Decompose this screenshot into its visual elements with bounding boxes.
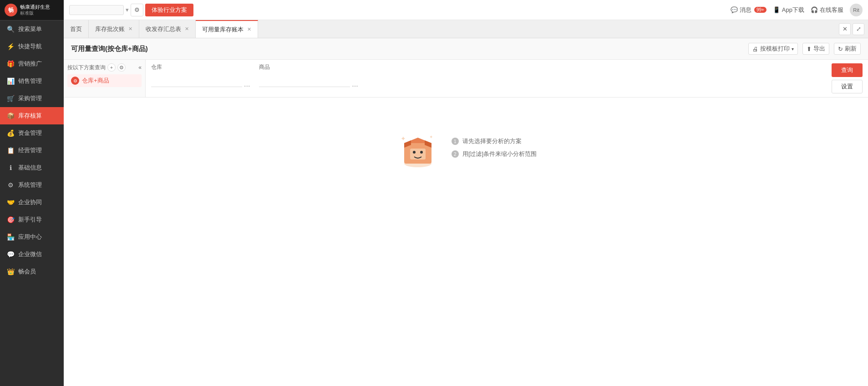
warehouse-label: 仓库 [151,63,250,71]
sidebar-icon: 📦 [6,112,15,119]
tab-label: 库存批次账 [95,25,125,33]
tab-close-icon[interactable]: ✕ [247,26,251,32]
tab-库存批次账[interactable]: 库存批次账✕ [89,20,139,38]
tab-收发存汇总表[interactable]: 收发存汇总表✕ [139,20,196,38]
page-title: 可用量查询(按仓库+商品) [71,45,148,53]
trial-button[interactable]: 体验行业方案 [145,4,193,16]
sidebar-item-应用中心[interactable]: 🏪应用中心 [0,228,64,246]
warehouse-more-icon[interactable]: ··· [244,82,250,90]
tabs-actions: ✕ ⤢ [839,23,868,35]
content-area: 可用量查询(按仓库+商品) 🖨 按模板打印 ▾ ⬆ 导出 ↻ 刷新 [64,38,868,386]
svg-point-6 [413,151,416,154]
filter-field-product: 商品 ··· [259,63,358,90]
sidebar-item-label: 搜索菜单 [18,25,42,33]
sidebar-icon: 🔍 [6,26,15,33]
sidebar-item-新手引导[interactable]: 🎯新手引导 [0,211,64,228]
sidebar: 畅 畅康通好生意 标准版 🔍搜索菜单⚡快捷导航🎁营销推广📊销售管理🛒采购管理📦库… [0,0,64,386]
product-more-icon[interactable]: ··· [352,82,358,90]
phone-icon: 📱 [773,6,780,13]
sidebar-item-库存核算[interactable]: 📦库存核算 [0,107,64,124]
export-button[interactable]: ⬆ 导出 [802,43,829,55]
topbar-right: 💬 消息 99+ 📱 App下载 🎧 在线客服 Rit [731,4,863,16]
tabs-container: 首页库存批次账✕收发存汇总表✕可用量库存账本✕ [64,20,258,38]
avatar-image: Rit [850,4,863,16]
sidebar-item-系统管理[interactable]: ⚙系统管理 [0,176,64,194]
sidebar-icon: 🎯 [6,216,15,223]
add-scheme-button[interactable]: + [107,63,116,72]
sidebar-item-基础信息[interactable]: ℹ基础信息 [0,159,64,176]
svg-point-7 [420,151,423,154]
user-avatar[interactable]: Rit [850,4,863,16]
sidebar-item-销售管理[interactable]: 📊销售管理 [0,72,64,90]
sidebar-item-搜索菜单[interactable]: 🔍搜索菜单 [0,21,64,38]
tab-close-icon[interactable]: ✕ [128,26,132,32]
scheme-items-container: ⚙仓库+商品 [67,74,142,87]
warehouse-input[interactable] [151,76,242,87]
breadcrumb-input[interactable] [69,5,124,15]
print-button[interactable]: 🖨 按模板打印 ▾ [748,43,798,55]
sidebar-item-label: 新手引导 [18,216,42,224]
headset-icon: 🎧 [811,6,818,13]
sidebar-item-label: 企业协同 [18,198,42,206]
tip-number-2: 2 [452,150,459,158]
online-service-button[interactable]: 🎧 在线客服 [811,6,843,14]
empty-illustration: ✦ ✦ [395,125,441,170]
sidebar-item-label: 快捷导航 [18,42,42,51]
sidebar-item-企业协同[interactable]: 🤝企业协同 [0,194,64,211]
gear-button[interactable]: ⚙ [131,4,143,16]
breadcrumb-chevron-icon[interactable]: ▾ [126,6,129,13]
brand-area: 畅 畅康通好生意 标准版 [0,0,64,21]
app-download-button[interactable]: 📱 App下载 [773,6,804,14]
sidebar-item-label: 营销推广 [18,60,42,68]
sidebar-item-label: 资金管理 [18,129,42,137]
topbar: ▾ ⚙ 体验行业方案 💬 消息 99+ 📱 App下载 🎧 在线客服 [64,0,868,20]
empty-tip-2: 2 用[过滤]条件来缩小分析范围 [452,150,537,158]
collapse-button[interactable]: « [138,64,142,71]
refresh-icon: ↻ [838,46,843,52]
brand-icon: 畅 [5,4,17,16]
tab-label: 收发存汇总表 [146,25,181,33]
sidebar-icon: ℹ [6,164,15,171]
sidebar-icon: 🤝 [6,199,15,206]
close-tab-button[interactable]: ✕ [839,23,851,35]
sidebar-item-畅会员[interactable]: 👑畅会员 [0,263,64,280]
page-header: 可用量查询(按仓库+商品) 🖨 按模板打印 ▾ ⬆ 导出 ↻ 刷新 [64,38,868,60]
maximize-button[interactable]: ⤢ [853,23,864,35]
sidebar-item-快捷导航[interactable]: ⚡快捷导航 [0,38,64,55]
tab-close-icon[interactable]: ✕ [185,26,189,32]
setting-scheme-button[interactable]: ⚙ [117,63,126,72]
product-input[interactable] [259,76,350,87]
sidebar-icon: 📊 [6,77,15,85]
messages-button[interactable]: 💬 消息 99+ [731,6,766,14]
sidebar-item-label: 采购管理 [18,94,42,103]
sidebar-item-资金管理[interactable]: 💰资金管理 [0,124,64,142]
scheme-item[interactable]: ⚙仓库+商品 [67,74,142,87]
tab-label: 首页 [70,25,82,33]
filter-schemes-label: 按以下方案查询 [67,64,106,72]
tab-首页[interactable]: 首页 [64,20,89,38]
sidebar-icon: 👑 [6,268,15,275]
sidebar-item-label: 库存核算 [18,112,42,120]
sidebar-item-label: 基础信息 [18,164,42,172]
sidebar-item-label: 畅会员 [18,268,36,276]
sidebar-item-企业微信[interactable]: 💬企业微信 [0,246,64,263]
settings-button[interactable]: 设置 [832,80,863,93]
sidebar-item-营销推广[interactable]: 🎁营销推广 [0,55,64,72]
query-button[interactable]: 查询 [832,63,863,77]
export-icon: ⬆ [807,46,812,52]
sidebar-item-经营管理[interactable]: 📋经营管理 [0,142,64,159]
refresh-button[interactable]: ↻ 刷新 [834,43,861,55]
filter-actions: 查询 设置 [826,60,868,97]
filter-field-warehouse: 仓库 ··· [151,63,250,90]
svg-text:✦: ✦ [401,135,406,142]
empty-tip-1: 1 请先选择要分析的方案 [452,137,537,145]
tip-number-1: 1 [452,138,459,145]
sidebar-scroll: 🔍搜索菜单⚡快捷导航🎁营销推广📊销售管理🛒采购管理📦库存核算💰资金管理📋经营管理… [0,21,64,386]
sidebar-icon: 🏪 [6,233,15,241]
sidebar-icon: 📋 [6,147,15,154]
sidebar-icon: 💰 [6,129,15,137]
tab-可用量库存账本[interactable]: 可用量库存账本✕ [196,20,258,38]
empty-state: ✦ ✦ 1 请先选择要分析的方案 2 用[过滤]条件来缩小分析范围 [64,98,868,198]
sidebar-item-采购管理[interactable]: 🛒采购管理 [0,90,64,107]
filter-fields: 仓库 ··· 商品 ··· [146,60,826,97]
